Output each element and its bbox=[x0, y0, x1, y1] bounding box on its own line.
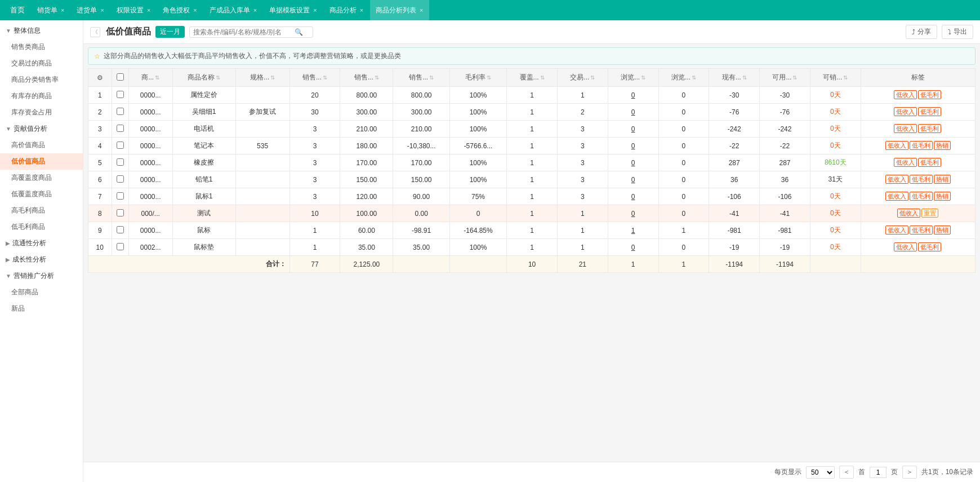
cell-checkbox[interactable] bbox=[112, 121, 128, 138]
nav-product-inbound[interactable]: 产成品入库单 × bbox=[204, 0, 262, 20]
nav-product-analysis-list[interactable]: 商品分析列表 × bbox=[370, 0, 429, 20]
period-button[interactable]: 近一月 bbox=[155, 26, 185, 38]
sidebar-item-high-value[interactable]: 高价值商品 bbox=[0, 137, 83, 153]
cell-checkbox[interactable] bbox=[112, 239, 128, 256]
browse-link[interactable]: 0 bbox=[631, 210, 635, 218]
sidebar-item-stock-products[interactable]: 有库存的商品 bbox=[0, 88, 83, 104]
sidebar-group-marketing[interactable]: ▼ 营销推广分析 bbox=[0, 268, 83, 284]
cell-browse1[interactable]: 0 bbox=[608, 154, 658, 171]
col-transactions[interactable]: 交易...⇅ bbox=[557, 69, 608, 87]
col-sellable[interactable]: 可销...⇅ bbox=[810, 69, 861, 87]
col-current-stock[interactable]: 现有...⇅ bbox=[709, 69, 760, 87]
select-all-checkbox[interactable] bbox=[117, 73, 124, 81]
nav-sales-order[interactable]: 销货单 × bbox=[32, 0, 70, 20]
sidebar-item-low-coverage[interactable]: 低覆盖度商品 bbox=[0, 186, 83, 202]
row-checkbox[interactable] bbox=[117, 175, 124, 183]
close-icon[interactable]: × bbox=[61, 7, 64, 14]
cell-checkbox[interactable] bbox=[112, 104, 128, 121]
col-browse1[interactable]: 浏览...⇅ bbox=[608, 69, 658, 87]
export-button[interactable]: ⤵ 导出 bbox=[942, 25, 973, 39]
sidebar-item-sales-products[interactable]: 销售类商品 bbox=[0, 39, 83, 55]
row-checkbox[interactable] bbox=[117, 209, 124, 216]
per-page-select[interactable]: 50 100 200 bbox=[806, 466, 835, 479]
sidebar-item-new-products[interactable]: 新品 bbox=[0, 300, 83, 317]
col-sales-amount[interactable]: 销售...⇅ bbox=[340, 69, 393, 87]
row-checkbox[interactable] bbox=[117, 243, 124, 250]
close-icon[interactable]: × bbox=[193, 7, 197, 14]
cell-browse1[interactable]: 0 bbox=[608, 138, 658, 154]
cell-browse1[interactable]: 0 bbox=[608, 121, 658, 138]
cell-checkbox[interactable] bbox=[112, 154, 128, 171]
close-icon[interactable]: × bbox=[420, 7, 423, 14]
sidebar-group-contribution[interactable]: ▼ 贡献值分析 bbox=[0, 121, 83, 137]
nav-purchase-order[interactable]: 进货单 × bbox=[71, 0, 109, 20]
cell-checkbox[interactable] bbox=[112, 138, 128, 154]
close-icon[interactable]: × bbox=[253, 7, 257, 14]
col-settings[interactable]: ⚙ bbox=[88, 69, 112, 87]
cell-browse1[interactable]: 0 bbox=[608, 239, 658, 256]
browse-link[interactable]: 0 bbox=[631, 176, 635, 184]
browse-link[interactable]: 0 bbox=[631, 159, 635, 167]
row-checkbox[interactable] bbox=[117, 125, 124, 132]
sidebar-item-all-products[interactable]: 全部商品 bbox=[0, 284, 83, 300]
cell-checkbox[interactable] bbox=[112, 205, 128, 222]
search-input[interactable] bbox=[193, 28, 295, 36]
cell-browse1[interactable]: 0 bbox=[608, 87, 658, 104]
sidebar-item-low-value[interactable]: 低价值商品 bbox=[0, 153, 83, 170]
collapse-sidebar-button[interactable]: 《 bbox=[90, 27, 100, 37]
page-input[interactable] bbox=[870, 467, 887, 478]
row-checkbox[interactable] bbox=[117, 226, 124, 233]
table-wrapper[interactable]: ⚙ 商...⇅ 商品名称⇅ 规格...⇅ 销售...⇅ 销售...⇅ 销售...… bbox=[88, 68, 975, 462]
col-code[interactable]: 商...⇅ bbox=[128, 69, 172, 87]
row-checkbox[interactable] bbox=[117, 192, 124, 200]
browse-link[interactable]: 0 bbox=[631, 142, 635, 150]
cell-browse1[interactable]: 0 bbox=[608, 104, 658, 121]
sidebar-group-growth[interactable]: ▶ 成长性分析 bbox=[0, 251, 83, 268]
row-checkbox[interactable] bbox=[117, 91, 124, 98]
col-available[interactable]: 可用...⇅ bbox=[760, 69, 810, 87]
cell-checkbox[interactable] bbox=[112, 171, 128, 188]
cell-browse1[interactable]: 0 bbox=[608, 188, 658, 205]
sidebar-item-inventory-capital[interactable]: 库存资金占用 bbox=[0, 104, 83, 121]
row-checkbox[interactable] bbox=[117, 158, 124, 166]
close-icon[interactable]: × bbox=[313, 7, 317, 14]
col-gross-margin[interactable]: 毛利率⇅ bbox=[449, 69, 506, 87]
col-sales-price[interactable]: 销售...⇅ bbox=[393, 69, 449, 87]
share-button[interactable]: ⤴ 分享 bbox=[906, 25, 937, 39]
close-icon[interactable]: × bbox=[100, 7, 104, 14]
cell-browse1[interactable]: 1 bbox=[608, 222, 658, 239]
nav-role-auth[interactable]: 角色授权 × bbox=[157, 0, 202, 20]
sidebar-item-category-sales-rate[interactable]: 商品分类销售率 bbox=[0, 72, 83, 88]
sidebar-item-low-margin[interactable]: 低毛利商品 bbox=[0, 219, 83, 235]
row-checkbox[interactable] bbox=[117, 141, 124, 149]
nav-permissions[interactable]: 权限设置 × bbox=[111, 0, 156, 20]
cell-checkbox[interactable] bbox=[112, 87, 128, 104]
close-icon[interactable]: × bbox=[360, 7, 363, 14]
col-checkbox[interactable] bbox=[112, 69, 128, 87]
browse-link[interactable]: 0 bbox=[631, 244, 635, 251]
browse-link[interactable]: 1 bbox=[631, 227, 635, 235]
browse-link[interactable]: 0 bbox=[631, 125, 635, 133]
last-page-button[interactable]: ＞ bbox=[902, 466, 917, 479]
close-icon[interactable]: × bbox=[147, 7, 150, 14]
col-sales-qty[interactable]: 销售...⇅ bbox=[289, 69, 340, 87]
sidebar-item-high-coverage[interactable]: 高覆盖度商品 bbox=[0, 170, 83, 186]
first-page-button[interactable]: ＜ bbox=[839, 466, 854, 479]
row-checkbox[interactable] bbox=[117, 108, 124, 115]
browse-link[interactable]: 0 bbox=[631, 108, 635, 116]
search-icon[interactable]: 🔍 bbox=[295, 28, 303, 36]
col-browse2[interactable]: 浏览...⇅ bbox=[658, 69, 709, 87]
cell-checkbox[interactable] bbox=[112, 222, 128, 239]
sidebar-group-overall[interactable]: ▼ 整体信息 bbox=[0, 23, 83, 39]
cell-browse1[interactable]: 0 bbox=[608, 171, 658, 188]
sidebar-group-circulation[interactable]: ▶ 流通性分析 bbox=[0, 235, 83, 251]
nav-product-analysis[interactable]: 商品分析 × bbox=[324, 0, 369, 20]
nav-template-settings[interactable]: 单据模板设置 × bbox=[264, 0, 322, 20]
cell-checkbox[interactable] bbox=[112, 188, 128, 205]
nav-home[interactable]: 首页 bbox=[5, 0, 30, 20]
cell-browse1[interactable]: 0 bbox=[608, 205, 658, 222]
col-spec[interactable]: 规格...⇅ bbox=[235, 69, 289, 87]
browse-link[interactable]: 0 bbox=[631, 193, 635, 201]
col-name[interactable]: 商品名称⇅ bbox=[172, 69, 235, 87]
col-coverage[interactable]: 覆盖...⇅ bbox=[507, 69, 558, 87]
